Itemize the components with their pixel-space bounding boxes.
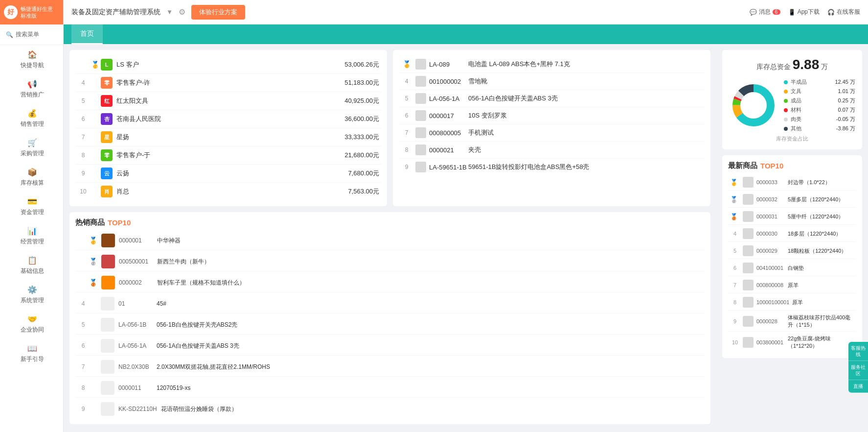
product-icon-4 <box>415 76 426 87</box>
hot-product-name-8: 夹壳 <box>468 145 703 154</box>
new-product-row-8: 8 10000100001 原羊 <box>728 294 856 311</box>
hot-product-item-4: 4 01 45# <box>75 294 705 313</box>
hot-product-item-7: 7 NB2.0X30B 2.0X30MM双搓花轴,搓花直径2.1MM/ROHS <box>75 358 705 377</box>
sidebar-item-basic[interactable]: 📋 基础信息 <box>0 251 63 280</box>
hot-product-item-3: 🥉 0000002 智利车子里（规格不知道填什么） <box>75 273 705 292</box>
app-download-button[interactable]: 📱 App下载 <box>788 8 820 16</box>
legend-value-semifinished: 12.45 万 <box>835 78 855 86</box>
customer-value-1: 53,006.26元 <box>344 60 379 69</box>
new-product-icon-6 <box>743 263 754 273</box>
new-product-row-7: 7 000800008 原羊 <box>728 277 856 293</box>
sidebar-item-inventory[interactable]: 📦 库存核算 <box>0 163 63 192</box>
sidebar-search[interactable]: 🔍 搜索菜单 <box>0 24 63 45</box>
hot-product-name-6: 056-1A白色按键开关盖ABS 3壳 <box>157 342 703 350</box>
legend-value-material: 0.07 万 <box>838 106 855 114</box>
new-product-row-10: 10 003800001 22g鱼豆腐-烧烤味（1*12*20） <box>728 333 856 352</box>
new-product-icon-2 <box>743 194 754 205</box>
new-product-code-1: 0000033 <box>756 179 785 185</box>
new-product-icon-1 <box>743 177 754 188</box>
hot-product-code-8: 0000011 <box>118 384 153 391</box>
right-panel: 库存总资金 9.88 万 <box>716 44 868 432</box>
cs-community-button[interactable]: 服务社区 <box>848 361 868 380</box>
legend-value-other: -3.86 万 <box>836 125 855 132</box>
customer-avatar-7: 星 <box>101 131 113 143</box>
search-menu-button[interactable]: 🔍 搜索菜单 <box>4 28 59 41</box>
hot-product-code-9: LA-59651-1B <box>429 164 468 171</box>
new-product-icon-9 <box>743 316 754 327</box>
customer-name-10: 肖总 <box>116 187 348 196</box>
new-product-code-6: 004100001 <box>756 265 785 271</box>
hot-products-card: 热销商品 TOP10 🥇 0000001 中华神器 🥈 <box>69 212 710 424</box>
new-product-row-2: 🥈 0000032 5厘多层（1220*2440） <box>728 192 856 208</box>
sidebar-item-enterprise[interactable]: 🤝 企业协同 <box>0 310 63 339</box>
customer-row-8: 8 零 零售客户-于 21,680.00元 <box>75 146 381 165</box>
sidebar-nav: 🏠 快捷导航 📢 营销推广 💰 销售管理 🛒 采购管理 📦 库存核算 💳 资金管… <box>0 45 63 432</box>
hot-product-code-5: LA-056-1B <box>118 321 153 328</box>
hot-product-code-6: LA-056-1A <box>118 342 153 349</box>
legend-dot-stationery <box>784 90 788 94</box>
hot-product-name-1: 中华神器 <box>157 237 703 245</box>
new-product-name-1: 封边带（1.0*22） <box>788 179 854 186</box>
sidebar-item-marketing[interactable]: 📢 营销推广 <box>0 74 63 104</box>
sidebar-item-guide[interactable]: 📖 新手引导 <box>0 339 63 368</box>
system-dropdown-button[interactable]: ▼ <box>166 8 173 16</box>
hot-product-code-9: KK-SD22110H <box>118 406 157 412</box>
legend-value-stationery: 1.01 万 <box>838 88 855 95</box>
customer-row-7: 7 星 星扬 33,333.00元 <box>75 128 381 146</box>
customer-value-8: 21,680.00元 <box>344 151 379 160</box>
online-service-button[interactable]: 🎧 在线客服 <box>827 8 860 16</box>
sidebar-item-operations[interactable]: 📊 经营管理 <box>0 221 63 251</box>
trial-button[interactable]: 体验行业方案 <box>191 5 245 20</box>
customer-name-9: 云扬 <box>116 169 348 178</box>
new-product-icon-10 <box>743 337 754 348</box>
cs-live-button[interactable]: 直播 <box>848 380 868 393</box>
inventory-total: 库存总资金 9.88 万 <box>729 57 855 72</box>
hot-product-item-8: 8 0000011 12070519-xs <box>75 379 705 398</box>
customer-service-float: 客服热线 服务社区 直播 <box>848 342 868 393</box>
sales-icon: 💰 <box>27 109 37 118</box>
legend-dot-meat <box>784 118 788 121</box>
new-product-row-9: 9 0000028 体椒荔枝味苏打饮品400毫升（1*15） <box>728 312 856 332</box>
settings-button[interactable]: ⚙ <box>179 7 185 17</box>
hot-product-row-4: 4 001000002 雪地靴 <box>399 73 705 90</box>
guide-icon: 📖 <box>27 344 37 353</box>
sidebar-item-home[interactable]: 🏠 快捷导航 <box>0 45 63 74</box>
sidebar-item-finance[interactable]: 💳 资金管理 <box>0 192 63 221</box>
legend-dot-finished <box>784 99 788 103</box>
sidebar-item-sales[interactable]: 💰 销售管理 <box>0 104 63 133</box>
message-button[interactable]: 💬 消息 6 <box>750 8 780 16</box>
product-icon-5 <box>415 93 426 104</box>
hot-product-img-5 <box>101 318 114 332</box>
sidebar-item-system[interactable]: ⚙️ 系统管理 <box>0 280 63 310</box>
customer-avatar-8: 零 <box>101 149 113 161</box>
hot-product-item-1: 🥇 0000001 中华神器 <box>75 231 705 250</box>
hot-product-item-2: 🥈 000500001 新西兰牛肉（新牛） <box>75 252 705 271</box>
customer-value-4: 51,183.00元 <box>344 78 379 87</box>
new-product-row-5: 5 0000029 18颗粒板（1220*2440） <box>728 243 856 259</box>
legend-label-finished: 成品 <box>791 97 835 104</box>
hot-product-code-1: 0000001 <box>119 237 153 244</box>
new-products-list: 🥇 0000033 封边带（1.0*22） 🥈 0000032 5厘多层（122… <box>728 174 856 352</box>
hot-product-name-8: 12070519-xs <box>157 384 703 391</box>
hot-product-code-6: 0000017 <box>429 112 468 120</box>
hot-product-name-1: 电池盖 LA-089 ABS本色+黑种 7.1克 <box>468 60 703 69</box>
customer-value-7: 33,333.00元 <box>344 133 379 142</box>
customer-avatar-4: 零 <box>101 77 113 89</box>
new-product-name-8: 原羊 <box>792 299 854 306</box>
tab-home[interactable]: 首页 <box>71 24 103 44</box>
legend-label-material: 材料 <box>791 106 835 114</box>
cs-hotline-button[interactable]: 客服热线 <box>848 342 868 361</box>
new-product-name-5: 18颗粒板（1220*2440） <box>788 247 854 255</box>
message-icon: 💬 <box>750 9 757 16</box>
hot-product-name-7: 手机测试 <box>468 128 703 137</box>
sidebar-item-purchase[interactable]: 🛒 采购管理 <box>0 133 63 163</box>
hot-product-code-7: NB2.0X30B <box>118 363 153 370</box>
hot-product-item-6: 6 LA-056-1A 056-1A白色按键开关盖ABS 3壳 <box>75 336 705 356</box>
legend-item-other: 其他 -3.86 万 <box>784 125 855 132</box>
customer-value-10: 7,563.00元 <box>348 187 379 196</box>
system-title: 装备及固定资产辅助管理系统 <box>71 8 160 17</box>
hot-product-img-7 <box>101 360 114 374</box>
new-product-row-4: 4 0000030 18多层（1220*2440） <box>728 226 856 242</box>
customer-value-5: 40,925.00元 <box>344 96 379 105</box>
customer-row-5: 5 红 红太阳文具 40,925.00元 <box>75 92 381 110</box>
